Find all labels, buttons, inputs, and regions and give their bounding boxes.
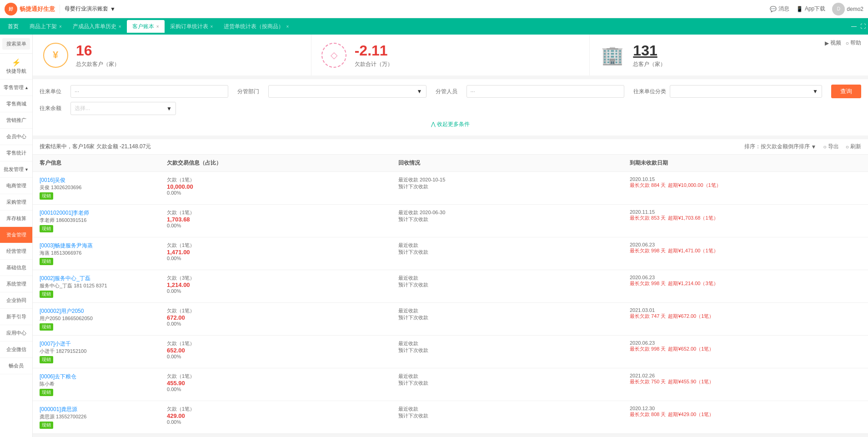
table-row: [0007]小迸千 小迸千 18279152100 现销 欠款（1笔） 652.…: [33, 336, 868, 368]
customer-phone-5: 小迸千 18279152100: [40, 348, 167, 355]
search-menu-btn[interactable]: 搜索菜单: [2, 38, 30, 50]
sidebar-item-enterprise-collab[interactable]: 企业协同: [0, 292, 32, 309]
due-date-cell-0: 2020.10.15 最长欠款 884 天 超期¥10,000.00（1笔）: [630, 176, 861, 189]
customer-link-0[interactable]: [0016]吴俊: [40, 177, 65, 183]
sort-selector[interactable]: 排序：按欠款金额倒序排序 ▼: [744, 143, 817, 151]
overdue-link-0[interactable]: 超期¥10,000.00（1笔）: [668, 182, 721, 189]
customer-link-7[interactable]: [000001]龚思源: [40, 406, 77, 412]
filter-row-2: 往来余额 选择... ▼: [40, 102, 861, 115]
filter-area: 往来单位 ··· 分管部门 ▼ 分管人员 ···: [33, 79, 868, 136]
results-actions: 排序：按欠款金额倒序排序 ▼ ○ 导出 ○ 刷新: [744, 143, 861, 151]
customer-link-1[interactable]: [0001020001]李老师: [40, 210, 89, 216]
filter-from-unit: 往来单位 ···: [40, 85, 228, 98]
overdue-link-4[interactable]: 超期¥672.00（1笔）: [668, 313, 714, 320]
yuan-circle: ¥: [43, 43, 68, 68]
sidebar-item-purchase-mgmt[interactable]: 采购管理: [0, 194, 32, 211]
sidebar-item-quick-nav[interactable]: ⚡ 快捷导航: [0, 54, 32, 80]
stat-icon-building: 🏢: [599, 41, 626, 69]
sidebar-item-member-center[interactable]: 会员中心: [0, 129, 32, 145]
sidebar-item-wholesale-mgmt[interactable]: 批发管理 ▼: [0, 161, 32, 178]
sidebar-item-marketing[interactable]: 营销推广: [0, 112, 32, 129]
balance-label: 往来余额: [40, 105, 67, 112]
table-row: [0003]畅捷服务尹海蒸 海蒸 18513066976 现销 欠款（1笔） 1…: [33, 237, 868, 270]
overdue-link-3[interactable]: 超期¥1,214.00（3笔）: [668, 280, 718, 287]
tab-purchase-order[interactable]: 采购订单统计表 ×: [165, 20, 219, 33]
tab-product-listing[interactable]: 商品上下架 ×: [24, 20, 67, 33]
user-avatar-btn[interactable]: D demo2: [832, 3, 863, 15]
col-collection: 回收情况: [398, 159, 630, 167]
balance-placeholder: 选择...: [75, 105, 90, 112]
customer-phone-1: 李老师 18600391516: [40, 217, 167, 224]
sidebar-item-member[interactable]: 畅会员: [0, 358, 32, 374]
debt-customers-label: 总欠款客户（家）: [76, 60, 120, 68]
debt-amount-label: 欠款合计（万）: [355, 60, 393, 68]
dept-select[interactable]: ▼: [268, 85, 426, 98]
table-header: 客户信息 欠款交易信息（占比） 回收情况 到期未收款日期: [33, 155, 868, 172]
stat-total-info: 131 总客户（家）: [633, 42, 666, 68]
window-maximize-icon[interactable]: ⛶: [860, 23, 866, 30]
overdue-link-5[interactable]: 超期¥652.00（1笔）: [668, 346, 714, 352]
app-download-btn[interactable]: 📱 App下载: [796, 5, 825, 13]
chevron-down-icon: ▼: [417, 88, 422, 95]
video-btn[interactable]: ▶ 视频: [825, 39, 841, 47]
logo-area: 好 畅捷通好生意: [5, 3, 55, 15]
collection-cell-5: 最近收款 预计下次收款: [398, 340, 630, 354]
customer-link-4[interactable]: [000002]用户2050: [40, 308, 84, 314]
sidebar-item-finance[interactable]: 资金管理: [0, 227, 32, 243]
sidebar-item-operation[interactable]: 经营管理: [0, 243, 32, 260]
overdue-link-6[interactable]: 超期¥455.90（1笔）: [668, 378, 714, 385]
close-icon[interactable]: ×: [211, 24, 213, 29]
collapse-btn[interactable]: ⋀ 收起更多条件: [40, 119, 861, 130]
debt-amount-1: 1,703.68: [167, 216, 398, 223]
close-icon[interactable]: ×: [119, 24, 121, 29]
close-icon[interactable]: ×: [286, 24, 289, 29]
overdue-link-2[interactable]: 超期¥1,471.00（1笔）: [668, 247, 718, 254]
customer-link-3[interactable]: [0002]服务中心_丁磊: [40, 275, 90, 281]
refresh-btn[interactable]: ○ 刷新: [846, 143, 861, 151]
unit-category-label: 往来单位分类: [633, 88, 666, 95]
unit-category-select[interactable]: ▼: [670, 85, 822, 98]
sidebar-item-retail-mall[interactable]: 零售商城: [0, 96, 32, 112]
customer-link-6[interactable]: [0006]去下粮仓: [40, 373, 76, 380]
debt-amount-0: 10,000.00: [167, 183, 398, 190]
person-input[interactable]: ···: [467, 85, 624, 98]
balance-select[interactable]: 选择... ▼: [70, 102, 176, 115]
from-unit-input[interactable]: ···: [70, 85, 228, 98]
debt-amount-7: 429.00: [167, 412, 398, 419]
customer-table: 客户信息 欠款交易信息（占比） 回收情况 到期未收款日期 [0016]吴俊 吴俊…: [33, 155, 868, 434]
debt-customers-value: 16: [76, 42, 120, 59]
tab-customer-account[interactable]: 客户账本 ×: [127, 20, 165, 33]
sidebar-item-inventory[interactable]: 库存核算: [0, 211, 32, 227]
window-minimize-icon[interactable]: —: [851, 23, 857, 30]
filter-person: 分管人员 ···: [436, 85, 624, 98]
message-btn[interactable]: 💬 消息: [770, 5, 789, 13]
customer-link-5[interactable]: [0007]小迸千: [40, 341, 71, 347]
help-btn[interactable]: ○ 帮助: [846, 39, 861, 47]
sidebar-item-enterprise-wechat[interactable]: 企业微信: [0, 342, 32, 358]
tab-purchase-stats[interactable]: 进货单统计表（按商品） ×: [218, 20, 294, 33]
chevron-down-icon: ▼: [813, 88, 818, 95]
tab-home[interactable]: 首页: [2, 20, 24, 33]
close-icon[interactable]: ×: [156, 24, 159, 29]
query-button[interactable]: 查询: [831, 85, 861, 98]
sidebar-item-system-mgmt[interactable]: 系统管理: [0, 276, 32, 292]
debt-cell-5: 欠款（1笔） 652.00 0.00%: [167, 340, 398, 359]
tab-product-history[interactable]: 产成品入库单历史 ×: [67, 20, 127, 33]
close-icon[interactable]: ×: [59, 24, 62, 29]
export-btn[interactable]: ○ 导出: [823, 143, 839, 151]
sidebar-item-retail-mgmt[interactable]: 零售管理 ▲: [0, 80, 32, 96]
store-selector[interactable]: 母婴行业演示账套 ▼: [65, 5, 115, 13]
due-date-cell-1: 2020.11.15 最长欠款 853 天 超期¥1,703.68（1笔）: [630, 209, 861, 221]
overdue-link-7[interactable]: 超期¥429.00（1笔）: [668, 411, 714, 418]
overdue-link-1[interactable]: 超期¥1,703.68（1笔）: [668, 215, 718, 221]
sidebar-item-app-center[interactable]: 应用中心: [0, 325, 32, 342]
stats-right-actions: ▶ 视频 ○ 帮助: [825, 39, 861, 47]
sidebar-item-basic-info[interactable]: 基础信息: [0, 260, 32, 276]
sidebar-item-retail-stats[interactable]: 零售统计: [0, 145, 32, 161]
customer-link-2[interactable]: [0003]畅捷服务尹海蒸: [40, 242, 93, 249]
sidebar-item-newbie-guide[interactable]: 新手引导: [0, 309, 32, 325]
sidebar-item-ecommerce[interactable]: 电商管理: [0, 178, 32, 194]
debt-cell-4: 欠款（1笔） 672.00 0.00%: [167, 307, 398, 326]
store-name: 母婴行业演示账套: [65, 5, 108, 13]
collection-cell-4: 最近收款 预计下次收款: [398, 307, 630, 321]
